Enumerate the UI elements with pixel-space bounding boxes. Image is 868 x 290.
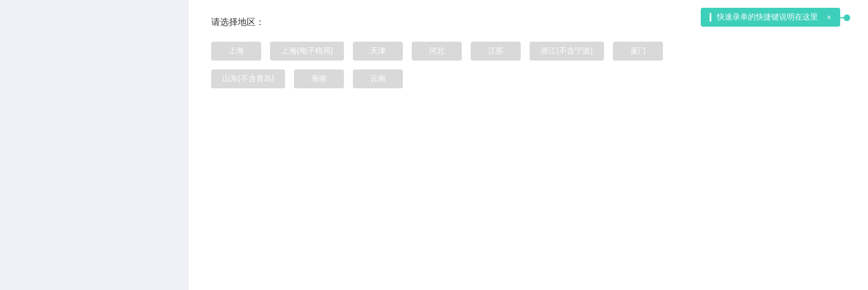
region-btn-hebei[interactable]: 河北 [412, 42, 462, 61]
tooltip-text: 快速录单的快捷键说明在这里 [717, 12, 818, 22]
region-btn-tianjin[interactable]: 天津 [353, 42, 403, 61]
region-btn-jiangsu[interactable]: 江苏 [471, 42, 521, 61]
region-btn-xiamen[interactable]: 厦门 [613, 42, 663, 61]
region-btn-shanghai-etax[interactable]: 上海(电子税局) [270, 42, 344, 61]
region-btn-hainan[interactable]: 海南 [294, 69, 344, 88]
tooltip-bar: 快速录单的快捷键说明在这里 × [701, 8, 840, 27]
connector-line [834, 17, 844, 18]
region-buttons: 上海 上海(电子税局) 天津 河北 江苏 浙江(不含宁波) 厦门 [211, 42, 846, 61]
left-sidebar [0, 0, 189, 290]
region-btn-shandong[interactable]: 山东(不含青岛) [211, 69, 285, 88]
main-content: 请选择地区： 上海 上海(电子税局) 天津 河北 江苏 浙江(不含宁波) 厦门 … [189, 0, 868, 290]
region-btn-shanghai[interactable]: 上海 [211, 42, 261, 61]
close-icon[interactable]: × [827, 13, 831, 22]
region-btn-yunnan[interactable]: 云南 [353, 69, 403, 88]
tooltip-dot [844, 14, 850, 21]
tooltip-accent [710, 13, 711, 22]
region-btn-zhejiang[interactable]: 浙江(不含宁波) [530, 42, 603, 61]
region-buttons-row2: 山东(不含青岛) 海南 云南 [211, 69, 846, 88]
